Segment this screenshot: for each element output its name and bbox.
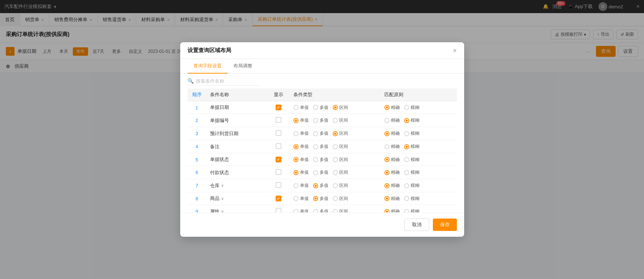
modal-header: 设置查询区域布局 × [180, 42, 464, 59]
modal-tab-layout-adjust[interactable]: 布局调整 [228, 59, 258, 73]
modal-tab-bar: 查询字段设置 布局调整 [180, 59, 464, 73]
modal-tab-field-settings-label: 查询字段设置 [193, 63, 222, 68]
modal-tab-layout-adjust-label: 布局调整 [233, 63, 252, 68]
settings-modal: 设置查询区域布局 × 查询字段设置 布局调整 🔍 顺序 [180, 42, 464, 73]
modal-title: 设置查询区域布局 [187, 47, 231, 54]
modal-overlay: 设置查询区域布局 × 查询字段设置 布局调整 🔍 顺序 [0, 0, 644, 73]
modal-tab-field-settings[interactable]: 查询字段设置 [187, 59, 228, 73]
modal-close-button[interactable]: × [453, 47, 457, 54]
